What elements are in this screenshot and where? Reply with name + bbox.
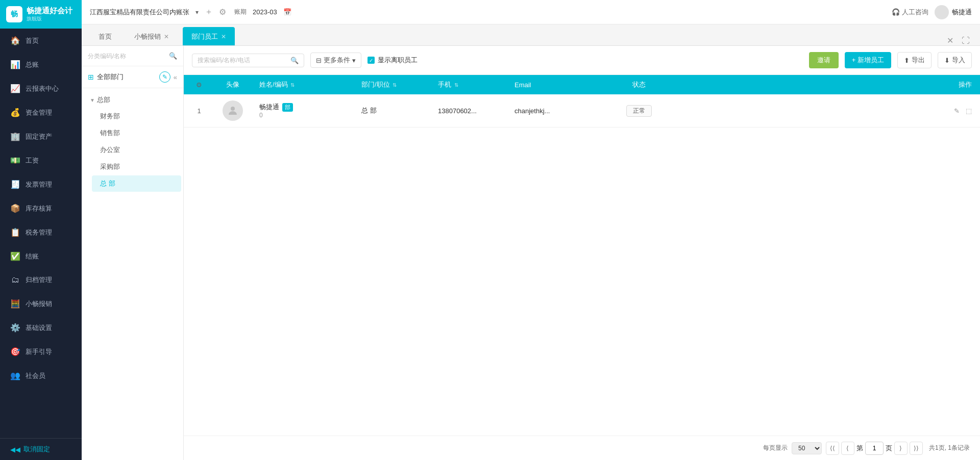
page-last-button[interactable]: ⟩⟩ <box>910 442 923 455</box>
sidebar-item-funds[interactable]: 💰 资金管理 <box>0 100 82 124</box>
sidebar-item-inventory[interactable]: 📦 库存核算 <box>0 196 82 220</box>
department-panel: 🔍 ⊞ 全部部门 ✎ « ▼ 总部 财务部 销售部 办公室 <box>82 46 184 460</box>
status-badge: 正常 <box>626 105 652 117</box>
row-name: 畅捷通 部 0 <box>251 94 353 127</box>
add-employee-button[interactable]: + 新增员工 <box>845 52 891 68</box>
page-first-button[interactable]: ⟨⟨ <box>826 442 839 455</box>
dept-sort-icon: ⇅ <box>393 82 397 88</box>
sidebar-label-expense: 小畅报销 <box>26 299 52 309</box>
close-expense-tab-icon[interactable]: ✕ <box>164 33 169 40</box>
settings-button[interactable]: ⚙ <box>219 7 226 17</box>
close-tab-button[interactable]: ✕ <box>945 36 955 45</box>
export-button[interactable]: ⬆ 导出 <box>897 52 932 68</box>
invite-button[interactable]: 邀请 <box>809 52 839 68</box>
dept-collapse-icon[interactable]: « <box>174 73 177 81</box>
dept-search-icon[interactable]: 🔍 <box>169 52 177 60</box>
sidebar-label-more: 社会员 <box>26 371 45 380</box>
settings-icon: ⚙️ <box>10 323 20 333</box>
row-avatar <box>214 94 251 127</box>
th-email-label: Email <box>514 81 531 89</box>
page-prev-button[interactable]: ⟨ <box>841 442 854 455</box>
th-phone[interactable]: 手机 ⇅ <box>430 75 506 94</box>
show-resigned-toggle[interactable]: ✓ 显示离职员工 <box>368 56 418 65</box>
sidebar-item-more[interactable]: 👥 社会员 <box>0 364 82 388</box>
th-settings[interactable]: ⚙ <box>184 75 214 94</box>
sidebar-item-checkout[interactable]: ✅ 结账 <box>0 244 82 268</box>
sidebar-item-tax[interactable]: 📋 税务管理 <box>0 220 82 244</box>
import-label: 导入 <box>952 56 965 65</box>
more-filters-button[interactable]: ⊟ 更多条件 ▾ <box>310 53 361 68</box>
sidebar-item-guide[interactable]: 🎯 新手引导 <box>0 340 82 364</box>
table-row: 1 畅捷通 部 0 <box>184 94 980 127</box>
company-name: 江西服宝精品有限责任公司内账张 <box>90 8 189 17</box>
sidebar-item-assets[interactable]: 🏢 固定资产 <box>0 124 82 148</box>
sidebar-item-home[interactable]: 🏠 首页 <box>0 29 82 53</box>
sidebar-item-ledger[interactable]: 📊 总账 <box>0 53 82 76</box>
filter-label: 更多条件 <box>324 56 350 65</box>
row-email: chanjethkj... <box>506 94 608 127</box>
sidebar-item-reports[interactable]: 📈 云报表中心 <box>0 76 82 100</box>
employee-search-input[interactable] <box>198 57 287 64</box>
tax-icon: 📋 <box>10 227 20 237</box>
dept-item-sales[interactable]: 销售部 <box>92 125 181 141</box>
sidebar-label-reports: 云报表中心 <box>26 84 59 93</box>
th-name-label: 姓名/编码 <box>259 81 288 88</box>
logo-edition: 旗舰版 <box>27 15 72 22</box>
dept-edit-icon[interactable]: ✎ <box>159 71 170 83</box>
sidebar-item-payroll[interactable]: 💵 工资 <box>0 148 82 172</box>
th-dept[interactable]: 部门/职位 ⇅ <box>353 75 430 94</box>
page-input[interactable] <box>865 442 884 455</box>
tab-department[interactable]: 部门员工 ✕ <box>183 27 235 45</box>
service-button[interactable]: 🎧 人工咨询 <box>892 8 928 17</box>
logo-icon: 畅 <box>6 6 22 22</box>
page-current: 第 页 <box>856 442 892 455</box>
funds-icon: 💰 <box>10 108 20 117</box>
archive-icon: 🗂 <box>10 275 20 285</box>
expand-arrow-icon: ▼ <box>90 97 95 103</box>
dept-group-label-headquarters[interactable]: ▼ 总部 <box>82 92 183 108</box>
sidebar-item-invoices[interactable]: 🧾 发票管理 <box>0 172 82 196</box>
row-num: 1 <box>184 94 214 127</box>
calendar-icon[interactable]: 📅 <box>283 8 291 16</box>
close-department-tab-icon[interactable]: ✕ <box>221 33 226 40</box>
unpin-icon: ◀◀ <box>10 446 20 453</box>
dept-header: ⊞ 全部部门 ✎ « <box>82 66 183 88</box>
pagination: 每页显示 50 100 200 ⟨⟨ ⟨ 第 页 ⟩ ⟩⟩ <box>184 436 980 460</box>
row-status: 正常 <box>608 94 670 127</box>
service-label: 人工咨询 <box>902 8 928 17</box>
dept-item-office[interactable]: 办公室 <box>92 142 181 158</box>
page-next-button[interactable]: ⟩ <box>894 442 908 455</box>
table-header-row: ⚙ 头像 姓名/编码 ⇅ 部门/职位 ⇅ <box>184 75 980 94</box>
period-value: 2023-03 <box>253 8 277 16</box>
dept-search-input[interactable] <box>88 53 166 60</box>
tab-home[interactable]: 首页 <box>90 27 120 45</box>
company-dropdown-icon[interactable]: ▾ <box>195 9 199 16</box>
dept-item-finance[interactable]: 财务部 <box>92 108 181 124</box>
sidebar-label-archive: 归档管理 <box>26 275 52 285</box>
page-size-select[interactable]: 50 100 200 <box>792 442 822 454</box>
edit-employee-icon[interactable]: ✎ <box>954 107 960 115</box>
dept-item-headquarters[interactable]: 总 部 <box>92 175 181 192</box>
employee-search-icon[interactable]: 🔍 <box>290 57 299 64</box>
employee-table-container: ⚙ 头像 姓名/编码 ⇅ 部门/职位 ⇅ <box>184 75 980 436</box>
page-total: 共1页, 1条记录 <box>929 444 970 452</box>
show-resigned-checkbox[interactable]: ✓ <box>368 57 375 64</box>
th-name[interactable]: 姓名/编码 ⇅ <box>251 75 353 94</box>
table-settings-icon[interactable]: ⚙ <box>196 81 202 89</box>
unpin-button[interactable]: ◀◀ 取消固定 <box>0 438 82 460</box>
sidebar-label-assets: 固定资产 <box>26 132 52 141</box>
maximize-tab-button[interactable]: ⛶ <box>960 36 972 45</box>
add-company-button[interactable]: ＋ <box>205 7 213 17</box>
import-button[interactable]: ⬇ 导入 <box>938 52 972 68</box>
tab-expense[interactable]: 小畅报销 ✕ <box>126 27 178 45</box>
dept-item-purchase[interactable]: 采购部 <box>92 159 181 175</box>
content: 🔍 ⊞ 全部部门 ✎ « ▼ 总部 财务部 销售部 办公室 <box>82 46 980 460</box>
user-menu[interactable]: 畅捷通 <box>935 5 972 19</box>
name-sort-icon: ⇅ <box>290 82 295 88</box>
sidebar-item-expense[interactable]: 🧮 小畅报销 <box>0 292 82 316</box>
sidebar-item-settings[interactable]: ⚙️ 基础设置 <box>0 316 82 340</box>
page-prefix: 第 <box>856 444 863 453</box>
logout-employee-icon[interactable]: ⬚ <box>966 107 972 115</box>
sidebar-item-archive[interactable]: 🗂 归档管理 <box>0 268 82 292</box>
show-resigned-label: 显示离职员工 <box>378 56 418 65</box>
